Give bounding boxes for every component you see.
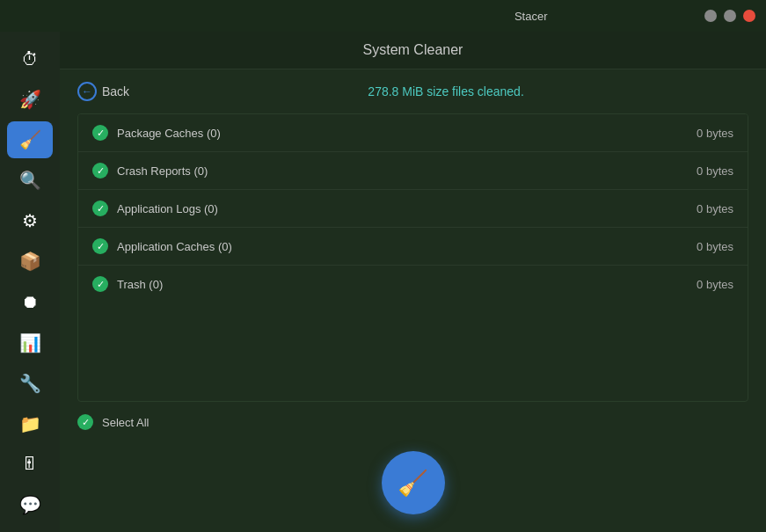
- row-label-0: Package Caches (0): [117, 127, 221, 140]
- sidebar-item-uninstaller[interactable]: 📦: [7, 243, 53, 280]
- sidebar-item-repair[interactable]: 🔧: [7, 365, 53, 402]
- row-value-4: 0 bytes: [697, 278, 733, 291]
- row-value-2: 0 bytes: [697, 202, 733, 215]
- sidebar-item-tweaks[interactable]: 🎚: [7, 446, 53, 483]
- title-bar: Stacer − □ ×: [0, 0, 766, 32]
- sidebar-item-statistics[interactable]: 📊: [7, 324, 53, 361]
- row-label-4: Trash (0): [117, 278, 163, 291]
- inner-content: ← Back 278.8 MiB size files cleaned. ✓ P…: [60, 69, 766, 532]
- row-label-2: Application Logs (0): [117, 202, 218, 215]
- row-left-3: ✓ Application Caches (0): [92, 238, 232, 254]
- sidebar-item-resources[interactable]: ⏺: [7, 283, 53, 320]
- row-left-0: ✓ Package Caches (0): [92, 125, 221, 141]
- table-row[interactable]: ✓ Trash (0) 0 bytes: [78, 266, 748, 302]
- row-left-2: ✓ Application Logs (0): [92, 200, 218, 216]
- table-row[interactable]: ✓ Application Logs (0) 0 bytes: [78, 190, 748, 228]
- row-check-icon-2: ✓: [92, 200, 108, 216]
- row-left-1: ✓ Crash Reports (0): [92, 163, 208, 179]
- cleaned-message: 278.8 MiB size files cleaned.: [143, 84, 748, 98]
- back-button[interactable]: ← Back: [77, 82, 129, 101]
- clean-btn-container: 🧹: [60, 442, 766, 532]
- sidebar-item-cleaner[interactable]: 🧹: [7, 121, 53, 158]
- sidebar-item-search[interactable]: 🔍: [7, 162, 53, 199]
- back-label: Back: [102, 84, 129, 98]
- maximize-button[interactable]: □: [724, 10, 736, 22]
- minimize-button[interactable]: −: [704, 10, 717, 22]
- select-all-check-icon[interactable]: ✓: [77, 414, 93, 430]
- table-row[interactable]: ✓ Crash Reports (0) 0 bytes: [78, 152, 748, 190]
- row-left-4: ✓ Trash (0): [92, 276, 163, 292]
- row-check-icon-3: ✓: [92, 238, 108, 254]
- back-icon: ←: [77, 82, 97, 101]
- row-value-1: 0 bytes: [697, 164, 733, 178]
- sidebar-item-packages[interactable]: 📁: [7, 405, 53, 442]
- row-check-icon-4: ✓: [92, 276, 108, 292]
- broom-icon: 🧹: [398, 469, 428, 498]
- app-body: ⏱ 🚀 🧹 🔍 ⚙ 📦 ⏺ 📊 🔧 📁 🎚 💬 System Cleaner ←…: [0, 32, 766, 532]
- sidebar-item-terminal[interactable]: 💬: [7, 486, 53, 523]
- select-all-row: ✓ Select All: [60, 402, 766, 442]
- content-panel: System Cleaner ← Back 278.8 MiB size fil…: [60, 32, 766, 532]
- select-all-label[interactable]: Select All: [102, 416, 149, 429]
- clean-button[interactable]: 🧹: [382, 451, 445, 514]
- app-title: Stacer: [358, 10, 705, 23]
- row-value-0: 0 bytes: [697, 127, 733, 140]
- sidebar: ⏱ 🚀 🧹 🔍 ⚙ 📦 ⏺ 📊 🔧 📁 🎚 💬: [0, 32, 60, 532]
- table-row[interactable]: ✓ Application Caches (0) 0 bytes: [78, 228, 748, 266]
- table-row[interactable]: ✓ Package Caches (0) 0 bytes: [78, 114, 748, 152]
- row-value-3: 0 bytes: [697, 240, 733, 253]
- sidebar-item-services[interactable]: ⚙: [7, 202, 53, 239]
- back-row: ← Back 278.8 MiB size files cleaned.: [60, 69, 766, 113]
- row-check-icon-1: ✓: [92, 163, 108, 179]
- page-header: System Cleaner: [60, 32, 766, 69]
- row-label-3: Application Caches (0): [117, 240, 232, 253]
- items-table: ✓ Package Caches (0) 0 bytes ✓ Crash Rep…: [77, 113, 748, 402]
- sidebar-item-startup[interactable]: 🚀: [7, 81, 53, 118]
- close-button[interactable]: ×: [743, 10, 755, 22]
- page-title: System Cleaner: [363, 42, 463, 57]
- row-label-1: Crash Reports (0): [117, 164, 208, 178]
- sidebar-item-dashboard[interactable]: ⏱: [7, 40, 53, 77]
- row-check-icon-0: ✓: [92, 125, 108, 141]
- window-controls: − □ ×: [704, 10, 755, 22]
